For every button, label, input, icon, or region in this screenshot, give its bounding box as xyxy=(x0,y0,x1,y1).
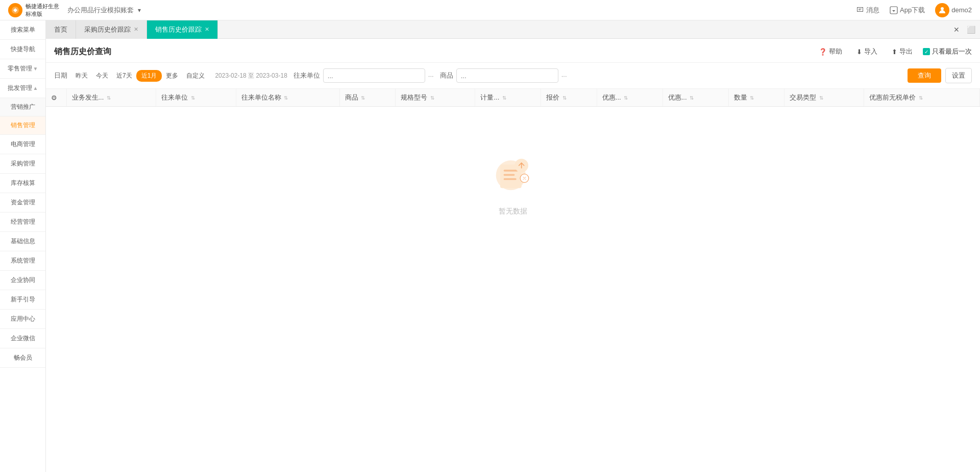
partner-input[interactable] xyxy=(323,68,425,83)
sidebar-item-operations-mgmt[interactable]: 经营管理 xyxy=(0,213,45,232)
sidebar-item-wholesale-mgmt[interactable]: 批发管理 ▲ xyxy=(0,79,45,98)
sidebar-item-finance-mgmt[interactable]: 资金管理 xyxy=(0,193,45,213)
th-discount1[interactable]: 优惠... ⇅ xyxy=(597,89,663,107)
empty-state: 暂无数据 xyxy=(46,107,980,257)
sort-disc1-icon: ⇅ xyxy=(624,95,628,101)
settings-button[interactable]: 设置 xyxy=(945,68,972,83)
date-buttons: 昨天 今天 近7天 近1月 更多 自定义 xyxy=(71,70,209,82)
query-button[interactable]: 查询 xyxy=(908,68,941,83)
product-label: 商品 xyxy=(440,71,453,80)
th-quantity[interactable]: 数量 ⇅ xyxy=(728,89,784,107)
partner-dots-btn[interactable]: ··· xyxy=(428,72,434,80)
export-btn[interactable]: ⬆ 导出 xyxy=(888,45,917,58)
only-last-checkbox[interactable]: ✓ 只看最后一次 xyxy=(923,47,972,56)
import-icon: ⬇ xyxy=(856,48,862,56)
sidebar-item-ecom-mgmt[interactable]: 电商管理 xyxy=(0,135,45,154)
th-settings[interactable]: ⚙ xyxy=(46,89,66,107)
help-btn[interactable]: ❓ 帮助 xyxy=(815,45,846,58)
th-pretax-price[interactable]: 优惠前无税单价 ⇅ xyxy=(864,89,980,107)
partner-filter-group: 往来单位 ··· xyxy=(293,68,434,83)
svg-rect-5 xyxy=(504,170,518,171)
product-filter-group: 商品 ··· xyxy=(440,68,567,83)
tab-home[interactable]: 首页 xyxy=(46,20,76,39)
logo-icon xyxy=(8,3,22,17)
th-biz-date[interactable]: 业务发生... ⇅ xyxy=(66,89,156,107)
sidebar-item-sales-mgmt[interactable]: 销售管理 xyxy=(0,116,45,135)
sidebar-item-search-menu[interactable]: 搜索菜单 xyxy=(0,20,45,40)
sidebar-item-corp-collab[interactable]: 企业协同 xyxy=(0,271,45,290)
sidebar-item-member[interactable]: 畅会员 xyxy=(0,348,45,368)
tab-sales-history[interactable]: 销售历史价跟踪 ✕ xyxy=(147,20,218,39)
sort-partner-name-icon: ⇅ xyxy=(284,95,288,101)
sidebar-operations-label: 经营管理 xyxy=(11,218,35,226)
date-btn-custom[interactable]: 自定义 xyxy=(182,70,209,82)
date-range-text: 2023-02-18 至 2023-03-18 xyxy=(215,72,287,80)
filter-actions: 查询 设置 xyxy=(908,68,972,83)
sidebar-item-system-mgmt[interactable]: 系统管理 xyxy=(0,251,45,271)
sidebar-item-retail-mgmt[interactable]: 零售管理 ▼ xyxy=(0,59,45,79)
sidebar-inventory-label: 库存核算 xyxy=(11,179,35,187)
sidebar-corpwechat-label: 企业微信 xyxy=(11,334,35,343)
date-btn-1month[interactable]: 近1月 xyxy=(136,70,162,82)
avatar xyxy=(935,3,949,17)
retail-arrow-icon: ▼ xyxy=(33,66,38,72)
tab-purchase-label: 采购历史价跟踪 xyxy=(84,25,131,34)
sort-spec-icon: ⇅ xyxy=(430,95,434,101)
app-title: 办公用品行业模拟账套 xyxy=(67,6,134,15)
sidebar-item-basic-info[interactable]: 基础信息 xyxy=(0,232,45,251)
import-btn[interactable]: ⬇ 导入 xyxy=(852,45,881,58)
th-unit[interactable]: 计量... ⇅ xyxy=(475,89,541,107)
settings-gear-icon: ⚙ xyxy=(51,94,57,102)
th-partner[interactable]: 往来单位 ⇅ xyxy=(156,89,236,107)
sort-tradetype-icon: ⇅ xyxy=(819,95,823,101)
sidebar-item-app-center[interactable]: 应用中心 xyxy=(0,310,45,329)
page-content: 销售历史价查询 ❓ 帮助 ⬇ 导入 ⬆ 导出 ✓ xyxy=(46,39,980,472)
tab-sales-close-btn[interactable]: ✕ xyxy=(205,27,209,32)
svg-point-2 xyxy=(941,7,944,10)
th-discount2[interactable]: 优惠... ⇅ xyxy=(663,89,728,107)
product-dots-btn[interactable]: ··· xyxy=(561,72,567,80)
sidebar-purchase-label: 采购管理 xyxy=(11,159,35,168)
sidebar-wholesale-label: 批发管理 xyxy=(8,84,32,92)
maximize-window-btn[interactable]: ⬜ xyxy=(966,25,976,35)
export-icon: ⬆ xyxy=(892,48,897,56)
sidebar-item-corp-wechat[interactable]: 企业微信 xyxy=(0,329,45,348)
date-filter-group: 日期 昨天 今天 近7天 近1月 更多 自定义 2023-02-18 至 202… xyxy=(54,70,287,82)
message-btn[interactable]: 消息 xyxy=(856,6,879,15)
date-label: 日期 xyxy=(54,71,67,80)
product-input[interactable] xyxy=(456,68,558,83)
sidebar-item-quick-nav[interactable]: 快捷导航 xyxy=(0,40,45,59)
table-container: ⚙ 业务发生... ⇅ 往来单位 ⇅ 往来单位名称 xyxy=(46,89,980,257)
sort-partner-icon: ⇅ xyxy=(191,95,195,101)
sidebar-item-marketing[interactable]: 营销推广 xyxy=(0,98,45,116)
user-avatar-area[interactable]: demo2 xyxy=(935,3,972,17)
page-header-actions: ❓ 帮助 ⬇ 导入 ⬆ 导出 ✓ 只看最后一次 xyxy=(815,45,972,58)
th-spec[interactable]: 规格型号 ⇅ xyxy=(396,89,475,107)
tab-home-label: 首页 xyxy=(54,25,67,34)
th-trade-type[interactable]: 交易类型 ⇅ xyxy=(785,89,864,107)
sort-unit-icon: ⇅ xyxy=(502,95,506,101)
tabs-bar: 首页 采购历史价跟踪 ✕ 销售历史价跟踪 ✕ ✕ ⬜ xyxy=(46,20,980,39)
sidebar-item-inventory[interactable]: 库存核算 xyxy=(0,174,45,193)
date-btn-yesterday[interactable]: 昨天 xyxy=(71,70,92,82)
date-btn-today[interactable]: 今天 xyxy=(92,70,112,82)
date-btn-7days[interactable]: 近7天 xyxy=(112,70,136,82)
sidebar-item-new-guide[interactable]: 新手引导 xyxy=(0,290,45,310)
empty-icon xyxy=(487,148,538,199)
date-btn-more[interactable]: 更多 xyxy=(162,70,182,82)
wholesale-arrow-icon: ▲ xyxy=(33,85,38,91)
page-header: 销售历史价查询 ❓ 帮助 ⬇ 导入 ⬆ 导出 ✓ xyxy=(46,39,980,63)
svg-rect-6 xyxy=(504,174,515,176)
empty-text: 暂无数据 xyxy=(499,207,527,216)
sidebar-item-purchase-mgmt[interactable]: 采购管理 xyxy=(0,154,45,174)
close-window-btn[interactable]: ✕ xyxy=(951,25,962,35)
tab-purchase-close-btn[interactable]: ✕ xyxy=(134,27,138,32)
th-quoted-price[interactable]: 报价 ⇅ xyxy=(541,89,597,107)
th-product[interactable]: 商品 ⇅ xyxy=(339,89,395,107)
tab-purchase-history[interactable]: 采购历史价跟踪 ✕ xyxy=(76,20,147,39)
app-dropdown[interactable]: ▾ xyxy=(138,7,141,14)
th-partner-name[interactable]: 往来单位名称 ⇅ xyxy=(236,89,339,107)
app-download-btn[interactable]: App下载 xyxy=(890,6,925,15)
svg-rect-7 xyxy=(504,178,517,180)
sidebar-ecom-label: 电商管理 xyxy=(11,140,35,149)
